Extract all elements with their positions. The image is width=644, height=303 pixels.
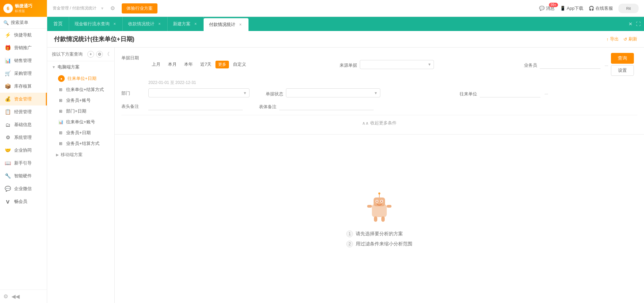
main-area: 资金管理 / 付款情况统计 ▾ ⚙ 体验行业方案 💬 消息 99+ 📱 App下…	[47, 0, 644, 303]
settings-icon[interactable]: ⚙	[3, 293, 8, 300]
sidebar-item-purchase[interactable]: 🛒 采购管理	[0, 67, 47, 80]
table-icon-5: ⊞	[58, 141, 63, 146]
tab-cashflow-close[interactable]: ×	[112, 22, 117, 26]
query-col: 查询 设置	[611, 53, 637, 76]
sidebar-item-member[interactable]: V 畅会员	[0, 195, 47, 208]
sidebar-item-ops[interactable]: 📋 经营管理	[0, 105, 47, 118]
empty-hint-2: 2 用过滤条件来缩小分析范围	[346, 241, 412, 247]
tabbar-right: ✕ ⛶	[625, 17, 644, 31]
chevron-down-icon: ▼	[52, 65, 56, 69]
filter-settings-btn[interactable]: 设置	[611, 65, 634, 76]
service-btn[interactable]: 🎧 在线客服	[589, 5, 613, 11]
scheme-item-sales-date[interactable]: ⊞ 业务员+日期	[47, 127, 114, 138]
close-all-icon[interactable]: ✕	[628, 21, 633, 27]
dept-label: 部门	[121, 88, 148, 96]
sidebar-item-wechat[interactable]: 💬 企业微信	[0, 182, 47, 195]
collapse-btn[interactable]: ∧∧ 收起更多条件	[359, 117, 399, 129]
tab-receipt[interactable]: 收款情况统计 ×	[123, 17, 168, 31]
topbar-settings-icon[interactable]: ⚙	[110, 5, 115, 11]
partner-input[interactable]	[480, 89, 540, 97]
trial-btn[interactable]: 体验行业方案	[122, 3, 157, 13]
date-btn-thisyear[interactable]: 本年	[181, 60, 196, 69]
refresh-btn[interactable]: ↺ 刷新	[623, 36, 637, 42]
sys-icon: ⚙	[5, 134, 11, 141]
scheme-settings-btn[interactable]: ⚙	[96, 51, 103, 58]
date-btn-thismonth[interactable]: 本月	[165, 60, 180, 69]
doc-status-wrapper: ▼	[286, 88, 380, 97]
msg-btn[interactable]: 💬 消息 99+	[539, 5, 555, 11]
chevron-up-icon: ∧∧	[362, 121, 369, 126]
app-download-btn[interactable]: 📱 App下载	[560, 5, 583, 11]
sidebar-item-marketing[interactable]: 🎁 营销推广	[0, 41, 47, 54]
svg-rect-6	[367, 205, 372, 208]
scheme-item-sales-account[interactable]: ⊞ 业务员+账号	[47, 95, 114, 106]
tab-newscheme-close[interactable]: ×	[193, 22, 198, 26]
query-btn[interactable]: 查询	[611, 53, 634, 64]
sidebar-item-fund[interactable]: 💰 资金管理	[0, 93, 47, 105]
empty-state: 1 请先选择要分析的方案 2 用过滤条件来缩小分析范围	[115, 134, 644, 303]
empty-illustration	[362, 190, 396, 224]
tab-newscheme[interactable]: 新建方案 ×	[168, 17, 204, 31]
tab-home[interactable]: 首页	[47, 17, 69, 31]
salesman-input[interactable]	[540, 60, 601, 69]
sidebar-item-corp[interactable]: 🤝 企业协同	[0, 144, 47, 157]
sidebar-item-hardware[interactable]: 🔧 智能硬件	[0, 170, 47, 182]
doc-status-select[interactable]	[286, 88, 380, 97]
scheme-item-partner-account[interactable]: 📊 往来单位+账号	[47, 117, 114, 127]
msg-icon: 💬	[539, 6, 545, 11]
date-filter-content: 上月 本月 本年 近7天 更多 自定义 来源单据	[148, 53, 637, 76]
scheme-panel: 按以下方案查询 + ⚙ 《 ▼ 电脑端方案 ● 往来单位+日期	[47, 48, 115, 303]
headset-icon: 🎧	[589, 6, 594, 11]
scheme-collapse-btn[interactable]: 《	[105, 51, 110, 57]
base-icon: 🗂	[5, 122, 11, 128]
date-btn-custom[interactable]: 自定义	[230, 60, 250, 69]
dept-select[interactable]	[148, 88, 250, 97]
sidebar-item-stock[interactable]: 📦 库存核算	[0, 80, 47, 93]
source-select-wrapper: ▼	[360, 60, 434, 69]
table-icon-4: ⊞	[58, 130, 63, 135]
page-header: 付款情况统计(往来单位+日期) ↑ 导出 ↺ 刷新	[47, 31, 644, 48]
scheme-mobile-group-header[interactable]: ▶ 移动端方案	[47, 149, 114, 160]
scheme-item-partner-settle[interactable]: ⊞ 往来单位+结算方式	[47, 84, 114, 95]
sidebar-search[interactable]: 🔍 搜索菜单	[0, 17, 47, 29]
tab-cashflow[interactable]: 现金银行流水查询 ×	[69, 17, 123, 31]
export-btn[interactable]: ↑ 导出	[607, 36, 619, 42]
date-tab-group: 上月 本月 本年 近7天 更多 自定义	[148, 60, 250, 69]
corp-icon: 🤝	[5, 147, 11, 153]
sidebar-item-sys[interactable]: ⚙ 系统管理	[0, 131, 47, 144]
source-select[interactable]	[360, 60, 434, 69]
tab-payment-close[interactable]: ×	[238, 22, 243, 27]
topbar: 资金管理 / 付款情况统计 ▾ ⚙ 体验行业方案 💬 消息 99+ 📱 App下…	[47, 0, 644, 17]
tab-payment[interactable]: 付款情况统计 ×	[204, 18, 248, 31]
sidebar-item-guide[interactable]: 📖 新手引导	[0, 157, 47, 170]
dept-select-wrapper: ▼	[148, 88, 250, 97]
expand-icon[interactable]: ⛶	[636, 21, 641, 27]
content-body: 按以下方案查询 + ⚙ 《 ▼ 电脑端方案 ● 往来单位+日期	[47, 48, 644, 303]
scheme-add-btn[interactable]: +	[87, 51, 94, 58]
body-note-label: 表体备注	[259, 102, 276, 110]
tab-receipt-close[interactable]: ×	[157, 22, 162, 26]
date-btn-lastmonth[interactable]: 上月	[148, 60, 164, 69]
filter-section: 单据日期 上月 本月 本年 近7天 更多 自定义	[115, 48, 644, 134]
scheme-item-sales-settle[interactable]: ⊞ 业务员+结算方式	[47, 138, 114, 149]
filter-area: 单据日期 上月 本月 本年 近7天 更多 自定义	[115, 48, 644, 303]
user-avatar[interactable]: Rit	[618, 4, 639, 13]
scheme-active-icon: ●	[58, 75, 65, 82]
filter-row-3: 表头备注 表体备注	[121, 101, 637, 110]
scheme-item-partner-date[interactable]: ● 往来单位+日期	[47, 73, 114, 84]
sidebar-item-quicknav[interactable]: ⚡ 快捷导航	[0, 29, 47, 41]
body-note-input[interactable]	[279, 101, 374, 110]
date-btn-7days[interactable]: 近7天	[197, 60, 215, 69]
table-icon-3: ⊞	[58, 109, 63, 114]
scheme-pc-group-header[interactable]: ▼ 电脑端方案	[47, 61, 114, 73]
sidebar-item-base[interactable]: 🗂 基础信息	[0, 118, 47, 131]
sidebar: 6 畅捷通巧 标准版 🔍 搜索菜单 ⚡ 快捷导航 🎁 营销推广 📊 销售管理 🛒…	[0, 0, 47, 303]
salesman-ellipsis[interactable]: ...	[605, 62, 608, 67]
partner-ellipsis[interactable]: ...	[545, 90, 548, 95]
date-btn-more[interactable]: 更多	[215, 61, 229, 68]
collapse-sidebar-icon[interactable]: ◀◀	[11, 293, 20, 300]
sidebar-item-sales[interactable]: 📊 销售管理	[0, 54, 47, 67]
head-note-input[interactable]	[148, 101, 243, 110]
scheme-panel-actions: + ⚙ 《	[87, 51, 110, 58]
scheme-item-dept-date[interactable]: ⊞ 部门+日期	[47, 106, 114, 117]
